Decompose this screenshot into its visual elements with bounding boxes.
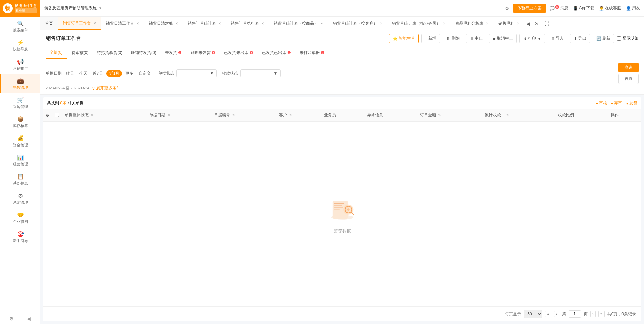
add-btn[interactable]: + 新增: [421, 34, 440, 43]
ship-action-btn[interactable]: ● 发货: [626, 100, 637, 106]
sub-tab-shipped-not-out[interactable]: 已发货未出库 ❶: [220, 47, 257, 58]
sidebar-item-guide[interactable]: 🎯 新手引导: [0, 228, 40, 247]
filter-date-custom[interactable]: 自定义: [137, 70, 153, 77]
review-action-btn[interactable]: ● 审核: [596, 100, 607, 106]
tab-home[interactable]: 首页: [40, 17, 58, 30]
detail-checkbox-input[interactable]: [617, 36, 621, 41]
sub-tab-not-printed[interactable]: 未打印单据 ❶: [296, 47, 329, 58]
solution-btn[interactable]: 体验行业方案: [513, 4, 546, 13]
collapse-icon[interactable]: ◀: [27, 316, 31, 321]
user-item[interactable]: 👤 用友: [626, 5, 640, 11]
page-next-btn[interactable]: ›: [590, 311, 596, 317]
tab-close-icon[interactable]: ✕: [218, 22, 221, 25]
header-settings-icon[interactable]: ⚙: [505, 6, 509, 11]
filter-date-item: 单据日期 昨天 今天 近7天 近1月 更多 自定义: [46, 70, 153, 77]
sidebar-item-system[interactable]: ⚙ 系统管理: [0, 189, 40, 208]
select-chevron-icon: ▼: [210, 71, 214, 76]
tab-sales-profit[interactable]: 销售毛利 ✕: [493, 17, 524, 30]
tab-close-icon[interactable]: ✕: [136, 22, 139, 25]
tab-sales-stat-customer[interactable]: 销货单统计表（按客户） ✕: [328, 17, 387, 30]
refresh-btn[interactable]: 🔄 刷新: [593, 34, 614, 43]
pagination-total: 共0页，0条记录: [607, 311, 636, 317]
query-btn[interactable]: 查询: [618, 63, 639, 72]
page-prev-btn[interactable]: ‹: [554, 311, 559, 317]
tab-close-all[interactable]: ✕: [532, 21, 542, 26]
reject-action-btn[interactable]: ● 弃审: [611, 100, 622, 106]
page-input[interactable]: [569, 310, 581, 318]
tab-cash-reconcile[interactable]: 钱货日清对账 ✕: [144, 17, 183, 30]
tab-sales-stat-product[interactable]: 销货单统计表（按商品） ✕: [269, 17, 328, 30]
tab-nav-prev[interactable]: ◀: [524, 21, 532, 26]
sidebar-item-sales[interactable]: 💼 销售管理: [0, 74, 40, 93]
import-btn[interactable]: ⬆ 导入: [548, 34, 567, 43]
sidebar-item-inventory[interactable]: 📦 库存核算: [0, 113, 40, 132]
service-icon: 👨‍💼: [599, 6, 604, 11]
tab-expand-icon[interactable]: ⛶: [542, 21, 552, 26]
tab-sales-stats[interactable]: 销售订单统计表 ✕: [183, 17, 226, 30]
tab-sales-workbench[interactable]: 销售订单工作台 ✕: [58, 17, 101, 30]
delete-btn[interactable]: 🗑 删除: [443, 34, 463, 43]
per-page-select[interactable]: 50 10 20 100: [524, 310, 542, 318]
tab-close-icon[interactable]: ✕: [517, 22, 519, 25]
sidebar-item-search[interactable]: 🔍 搜索菜单: [0, 17, 40, 36]
sidebar-item-basic-info[interactable]: 📋 基础信息: [0, 170, 40, 189]
filter-date-1month[interactable]: 近1月: [106, 70, 122, 77]
tab-cash-daily[interactable]: 钱货日清工作台 ✕: [101, 17, 144, 30]
sub-tab-shipped-out[interactable]: 已发货已出库 ❶: [258, 47, 295, 58]
sidebar-item-quick-nav[interactable]: ⚡ 快捷导航: [0, 36, 40, 55]
show-detail-checkbox[interactable]: 显示明细: [617, 36, 639, 41]
tab-close-icon[interactable]: ✕: [175, 22, 178, 25]
tab-close-icon[interactable]: ✕: [320, 22, 323, 25]
sub-tab-all[interactable]: 全部(0): [46, 47, 67, 59]
svg-point-9: [347, 208, 350, 211]
sub-tab-pending-review[interactable]: 待审核(0): [68, 47, 93, 58]
cancel-pause-label: 取消中止: [497, 36, 513, 41]
pause-btn[interactable]: ⏸ 中止: [466, 34, 486, 43]
tab-sales-exec[interactable]: 销售订单执行表 ✕: [226, 17, 269, 30]
page-last-btn[interactable]: »: [598, 311, 605, 317]
online-service-item[interactable]: 👨‍💼 在线客服: [599, 5, 621, 11]
export-btn[interactable]: ⬇ 导出: [570, 34, 590, 43]
filter-date-more[interactable]: 更多: [123, 70, 135, 77]
cancel-pause-btn[interactable]: ▶ 取消中止: [489, 34, 517, 43]
message-icon-item[interactable]: 💬 6 消息: [550, 5, 568, 11]
tab-gross-profit[interactable]: 商品毛利分析表 ✕: [450, 17, 493, 30]
th-actions: 操作: [608, 109, 641, 122]
sort-icon: ⇅: [438, 113, 441, 117]
settings-bottom-icon[interactable]: ⚙: [9, 316, 14, 321]
tab-label: 销货单统计表（按商品）: [274, 21, 318, 26]
sidebar-item-finance[interactable]: 💰 资金管理: [0, 132, 40, 151]
filter-payment-select[interactable]: ▼: [240, 69, 281, 77]
sidebar-item-cooperation[interactable]: 🤝 企业协同: [0, 208, 40, 228]
app-download-item[interactable]: 📱 App下载: [573, 5, 594, 11]
smart-generate-btn[interactable]: ⭐ 智能生单: [389, 34, 419, 43]
data-table: ⚙ 单据整体状态 ⇅ 单据日期 ⇅: [43, 109, 641, 122]
th-anomaly: 异常信息: [364, 109, 417, 122]
filter-row-1: 单据日期 昨天 今天 近7天 近1月 更多 自定义 单据状态 ▼: [46, 63, 639, 84]
sub-tab-wangpu[interactable]: 旺铺待发货(0): [127, 47, 160, 58]
filter-date-yesterday[interactable]: 昨天: [64, 70, 76, 77]
sub-tab-pending-inspect[interactable]: 待拣货验货(0): [93, 47, 126, 58]
filter-status-select[interactable]: ▼: [176, 69, 217, 77]
sidebar-item-marketing[interactable]: 📢 营销推广: [0, 55, 40, 74]
print-btn[interactable]: 🖨 打印 ▼: [519, 34, 545, 43]
filter-date-7days[interactable]: 近7天: [91, 70, 105, 77]
sidebar-item-operation[interactable]: 📊 经营管理: [0, 151, 40, 170]
page-first-btn[interactable]: «: [545, 311, 551, 317]
tab-close-icon[interactable]: ✕: [486, 22, 488, 25]
filter-expand-btn[interactable]: ∨ 展开更多条件: [92, 85, 120, 91]
tab-close-icon[interactable]: ✕: [93, 21, 96, 25]
filter-date-today[interactable]: 今天: [77, 70, 89, 77]
select-all-checkbox[interactable]: [55, 113, 59, 117]
tab-close-icon[interactable]: ✕: [261, 22, 264, 25]
tab-close-icon[interactable]: ✕: [380, 22, 382, 25]
settings-btn[interactable]: 设置: [618, 74, 639, 84]
column-settings-icon[interactable]: ⚙: [46, 113, 49, 118]
tab-sales-stat-staff[interactable]: 销货单统计表（按业务员） ✕: [387, 17, 450, 30]
basic-info-icon: 📋: [17, 173, 24, 180]
sub-tab-overdue-not-shipped[interactable]: 到期未发货 ❶: [186, 47, 219, 58]
sidebar-item-purchase[interactable]: 🛒 采购管理: [0, 93, 40, 113]
sidebar-bottom: ⚙ ◀: [0, 313, 40, 324]
sub-tab-not-shipped[interactable]: 未发货 ❶: [161, 47, 186, 58]
tab-close-icon[interactable]: ✕: [443, 22, 445, 25]
